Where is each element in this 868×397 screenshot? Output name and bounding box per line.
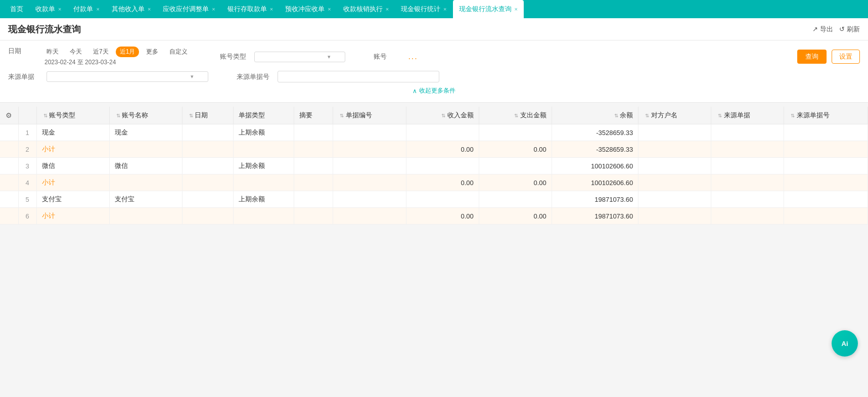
cell-account-name [109,208,182,225]
col-expense[interactable]: ⇅ 支出金额 [479,107,552,124]
page-title: 现金银行流水查询 [8,23,81,35]
collapse-label: 收起更多条件 [419,86,455,95]
cell-doc-no [333,124,406,141]
nav-home[interactable]: 首页 [4,0,29,18]
table-row: 3微信微信上期余额100102606.60 [0,158,868,174]
account-dots[interactable]: ... [408,52,418,61]
cell-summary [294,174,333,191]
sort-icon-income: ⇅ [441,113,445,118]
cell-source-doc [711,158,784,174]
date-btn-7days[interactable]: 近7天 [89,47,113,57]
date-btn-yesterday[interactable]: 昨天 [42,47,63,57]
cell-source-doc [711,208,784,225]
nav-prepayment-close[interactable]: × [328,6,331,12]
nav-home-label: 首页 [10,5,23,14]
account-type-chevron: ▾ [328,54,331,60]
table-row: 2小计0.000.00-3528659.33 [0,141,868,158]
nav-ar-ap-adjust[interactable]: 应收应付调整单 × [157,0,221,18]
nav-collection-exec-close[interactable]: × [386,6,389,12]
nav-prepayment[interactable]: 预收冲应收单 × [279,0,337,18]
filter-right-actions: 查询 设置 [797,50,860,64]
source-doc-num-input[interactable] [278,71,439,82]
col-doc-no[interactable]: ⇅ 单据编号 [333,107,406,124]
sort-icon-date: ⇅ [189,113,193,118]
date-btn-custom[interactable]: 自定义 [165,47,192,57]
data-table: ⚙ ⇅ 账号类型 ⇅ 账号名称 ⇅ 日期 单据类型 [0,107,868,225]
cell-rownum: 3 [18,158,36,174]
cell-doc-no [333,158,406,174]
collapse-bar[interactable]: ∧ 收起更多条件 [8,84,860,96]
col-account-name[interactable]: ⇅ 账号名称 [109,107,182,124]
table-container: ⚙ ⇅ 账号类型 ⇅ 账号名称 ⇅ 日期 单据类型 [0,107,868,225]
cell-expense [479,124,552,141]
nav-collection-exec[interactable]: 收款核销执行 × [337,0,395,18]
cell-settings [0,124,18,141]
cell-account-name: 微信 [109,158,182,174]
nav-ar-ap-adjust-label: 应收应付调整单 [163,5,209,14]
sort-icon-balance: ⇅ [614,113,618,118]
table-body: 1现金现金上期余额-3528659.332小计0.000.00-3528659.… [0,124,868,225]
cell-rownum: 1 [18,124,36,141]
nav-receipts-label: 收款单 [35,5,55,14]
cell-doc-type [234,208,294,225]
query-button[interactable]: 查询 [797,50,827,64]
nav-other-income-close[interactable]: × [148,6,151,12]
date-options: 昨天 今天 近7天 近1月 更多 自定义 [42,47,192,57]
nav-bank-deposit-close[interactable]: × [270,6,273,12]
nav-other-income[interactable]: 其他收入单 × [106,0,157,18]
nav-cash-bank-stats-close[interactable]: × [443,6,446,12]
cell-account-name: 现金 [109,124,182,141]
cell-account-type: 现金 [36,124,109,141]
col-source-doc[interactable]: ⇅ 来源单据 [711,107,784,124]
collapse-up-icon: ∧ [413,87,417,95]
nav-cash-bank-stats[interactable]: 现金银行统计 × [395,0,452,18]
cell-expense [479,191,552,208]
date-btn-more[interactable]: 更多 [142,47,162,57]
date-btn-today[interactable]: 今天 [66,47,86,57]
refresh-button[interactable]: ↺ 刷新 [839,25,860,34]
cell-account-name [109,141,182,158]
col-account-type[interactable]: ⇅ 账号类型 [36,107,109,124]
cell-balance: -3528659.33 [552,141,638,158]
cell-summary [294,158,333,174]
nav-cash-bank-stats-label: 现金银行统计 [401,5,440,14]
nav-cash-bank-flow-close[interactable]: × [515,6,518,12]
col-balance[interactable]: ⇅ 余额 [552,107,638,124]
col-income[interactable]: ⇅ 收入金额 [406,107,479,124]
nav-bank-deposit[interactable]: 银行存取款单 × [221,0,279,18]
nav-payments[interactable]: 付款单 × [67,0,105,18]
cell-settings [0,174,18,191]
account-type-select[interactable]: ▾ [254,52,345,62]
cell-date [182,141,233,158]
cell-settings [0,141,18,158]
nav-cash-bank-flow[interactable]: 现金银行流水查询 × [453,0,524,18]
cell-expense: 0.00 [479,141,552,158]
cell-source-doc [711,191,784,208]
export-icon: ↗ [812,25,818,33]
export-button[interactable]: ↗ 导出 [812,25,833,34]
cell-rownum: 6 [18,208,36,225]
cell-counterpart [638,174,711,191]
sort-icon-counterpart: ⇅ [645,113,649,118]
col-source-doc-no[interactable]: ⇅ 来源单据号 [784,107,868,124]
cell-balance: -3528659.33 [552,124,638,141]
cell-doc-no [333,141,406,158]
col-settings[interactable]: ⚙ [0,107,18,124]
nav-payments-close[interactable]: × [96,6,99,12]
table-row: 5支付宝支付宝上期余额19871073.60 [0,191,868,208]
cell-account-type: 微信 [36,158,109,174]
nav-receipts-close[interactable]: × [58,6,61,12]
date-range-display: 2023-02-24 至 2023-03-24 [44,58,192,67]
source-doc-select[interactable]: ▾ [47,71,208,82]
col-date[interactable]: ⇅ 日期 [182,107,233,124]
cell-account-type: 小计 [36,174,109,191]
nav-ar-ap-adjust-close[interactable]: × [212,6,215,12]
nav-other-income-label: 其他收入单 [112,5,145,14]
setting-button[interactable]: 设置 [832,50,860,64]
col-counterpart[interactable]: ⇅ 对方户名 [638,107,711,124]
cell-doc-type: 上期余额 [234,191,294,208]
nav-receipts[interactable]: 收款单 × [29,0,67,18]
gear-icon: ⚙ [6,111,12,119]
date-btn-1month[interactable]: 近1月 [116,47,140,57]
cell-source-doc-no [784,208,868,225]
